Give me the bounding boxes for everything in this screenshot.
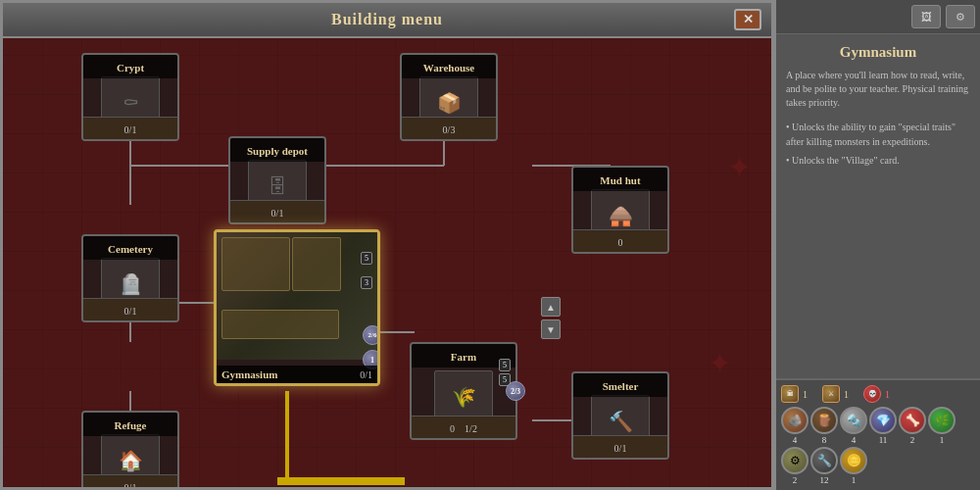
smelter-name: Smelter xyxy=(603,380,639,392)
scroll-up-button[interactable]: ▲ xyxy=(541,297,561,317)
panel-title: Building menu xyxy=(331,11,443,27)
building-info: Gymnasium A place where you'll learn how… xyxy=(776,34,980,378)
building-res-icon-1: 🏛 xyxy=(781,385,799,403)
refuge-count: 0/1 xyxy=(124,482,137,490)
refuge-box[interactable]: Refuge 🏠 0/1 xyxy=(81,411,179,490)
res-num-1: 4 xyxy=(793,435,798,445)
res-num-3: 4 xyxy=(852,435,857,445)
supply-depot-count: 0/1 xyxy=(271,208,284,219)
farm-ball-1: 2/3 xyxy=(506,381,525,401)
res-num-8: 12 xyxy=(820,475,829,485)
crypt-box[interactable]: Crypt ⚰ 0/1 xyxy=(81,53,179,141)
supply-depot-box[interactable]: Supply depot 🗄 0/1 xyxy=(228,136,326,224)
smelter-count: 0/1 xyxy=(614,443,627,454)
res-cell-3: 🔩 4 xyxy=(840,407,867,445)
res-num-7: 2 xyxy=(793,475,798,485)
res-img-8: 🔧 xyxy=(810,447,838,474)
gallery-button[interactable]: 🖼 xyxy=(911,5,941,28)
crypt-name: Crypt xyxy=(117,62,144,74)
res-img-3: 🔩 xyxy=(840,407,867,434)
res-img-7: ⚙ xyxy=(781,447,808,474)
panel-title-bar: Building menu ✕ xyxy=(3,3,771,38)
building-description: A place where you'll learn how to read, … xyxy=(786,69,970,110)
farm-name: Farm xyxy=(451,351,476,363)
warehouse-count-bar: 0/3 xyxy=(402,117,496,139)
smelter-node[interactable]: Smelter 🔨 0/1 xyxy=(571,371,669,460)
res-img-6: 🌿 xyxy=(928,407,956,434)
main-container: ✦ ✦ Building menu ✕ xyxy=(0,0,980,490)
res-cell-5: 🦴 2 xyxy=(899,407,926,445)
mud-hut-node[interactable]: Mud hut 🛖 0 xyxy=(571,166,669,254)
res-count-1: 1 xyxy=(803,389,818,400)
res-count-3: 1 xyxy=(885,389,901,400)
gym-res-badge-1: 5 xyxy=(361,252,372,265)
res-cell-7: ⚙ 2 xyxy=(781,447,808,485)
gym-detail-3 xyxy=(221,310,339,339)
gym-detail-2 xyxy=(292,237,341,291)
res-img-1: 🪨 xyxy=(781,407,808,434)
cemetery-name: Cemetery xyxy=(108,243,153,255)
crypt-count: 0/1 xyxy=(124,124,137,135)
cemetery-count-bar: 0/1 xyxy=(83,298,177,320)
gymnasium-node[interactable]: 5 3 2/6 1 Gymnasium 0/1 xyxy=(214,229,380,386)
building-panel: ✦ ✦ Building menu ✕ xyxy=(0,0,774,490)
right-panel: 🖼 ⚙ Gymnasium A place where you'll learn… xyxy=(774,0,980,490)
right-panel-header: 🖼 ⚙ xyxy=(776,0,980,34)
refuge-count-bar: 0/1 xyxy=(83,474,177,490)
refuge-label-bg: Refuge xyxy=(83,413,177,436)
res-cell-1: 🪨 4 xyxy=(781,407,808,445)
gymnasium-box[interactable]: 5 3 2/6 1 Gymnasium 0/1 xyxy=(214,229,380,386)
supply-depot-node[interactable]: Supply depot 🗄 0/1 xyxy=(228,136,326,224)
close-button[interactable]: ✕ xyxy=(734,9,761,30)
smelter-count-bar: 0/1 xyxy=(573,435,667,458)
settings-button[interactable]: ⚙ xyxy=(946,5,975,28)
mud-hut-count: 0 xyxy=(618,237,623,248)
res-img-9: 🪙 xyxy=(840,447,867,474)
warehouse-node[interactable]: Warehouse 📦 0/3 xyxy=(400,53,498,141)
res-num-2: 8 xyxy=(822,435,827,445)
cemetery-box[interactable]: Cemetery 🪦 0/1 xyxy=(81,234,179,322)
gym-res-count-4: 1 xyxy=(370,356,374,365)
farm-count-bar: 0 1/2 xyxy=(412,416,515,438)
scroll-down-button[interactable]: ▼ xyxy=(541,319,561,339)
building-info-title: Gymnasium xyxy=(786,44,970,61)
resource-type-row: 🏛 1 ⚔ 1 💀 1 xyxy=(781,385,975,403)
res-cell-9: 🪙 1 xyxy=(840,447,867,485)
res-img-2: 🪵 xyxy=(810,407,838,434)
gymnasium-footer: Gymnasium 0/1 xyxy=(217,366,377,383)
gymnasium-interior xyxy=(217,232,377,360)
crypt-count-bar: 0/1 xyxy=(83,117,177,139)
gym-resource-ball-1: 2/6 xyxy=(363,325,380,345)
smelter-label-bg: Smelter xyxy=(573,373,667,397)
warehouse-name: Warehouse xyxy=(423,62,474,74)
warehouse-box[interactable]: Warehouse 📦 0/3 xyxy=(400,53,498,141)
res-count-2: 1 xyxy=(844,389,859,400)
gym-detail-1 xyxy=(221,237,290,291)
farm-box[interactable]: Farm 🌾 5 5 0 1/2 xyxy=(410,342,517,440)
gymnasium-name: Gymnasium xyxy=(221,368,277,380)
mud-hut-count-bar: 0 xyxy=(573,229,667,252)
farm-node[interactable]: Farm 🌾 5 5 0 1/2 2/3 xyxy=(410,342,517,440)
cemetery-node[interactable]: Cemetery 🪦 0/1 xyxy=(81,234,179,322)
crypt-label-bg: Crypt xyxy=(83,55,177,78)
gymnasium-count: 0/1 xyxy=(360,369,372,380)
supply-depot-name: Supply depot xyxy=(247,145,308,157)
grid-area: Crypt ⚰ 0/1 Warehouse 📦 xyxy=(3,38,771,485)
smelter-box[interactable]: Smelter 🔨 0/1 xyxy=(571,371,669,460)
res-num-4: 11 xyxy=(879,435,888,445)
gym-res-badge-2: 3 xyxy=(361,276,372,289)
mud-hut-box[interactable]: Mud hut 🛖 0 xyxy=(571,166,669,254)
refuge-name: Refuge xyxy=(115,419,147,431)
cemetery-count: 0/1 xyxy=(124,306,137,317)
cemetery-label-bg: Cemetery xyxy=(83,236,177,260)
crypt-node[interactable]: Crypt ⚰ 0/1 xyxy=(81,53,179,141)
farm-count-2: 1/2 xyxy=(465,423,477,434)
resource-grid: 🪨 4 🪵 8 🔩 4 💎 11 🦴 2 xyxy=(781,407,975,485)
mud-hut-name: Mud hut xyxy=(600,174,640,186)
refuge-node[interactable]: Refuge 🏠 0/1 xyxy=(81,411,179,490)
res-icon-red: 💀 xyxy=(863,385,881,403)
res-num-9: 1 xyxy=(852,475,857,485)
bonus-1: • Unlocks the ability to gain "special t… xyxy=(786,120,970,149)
resource-bar: 🏛 1 ⚔ 1 💀 1 🪨 4 🪵 8 🔩 4 xyxy=(776,378,980,490)
building-bonuses: • Unlocks the ability to gain "special t… xyxy=(786,120,970,168)
